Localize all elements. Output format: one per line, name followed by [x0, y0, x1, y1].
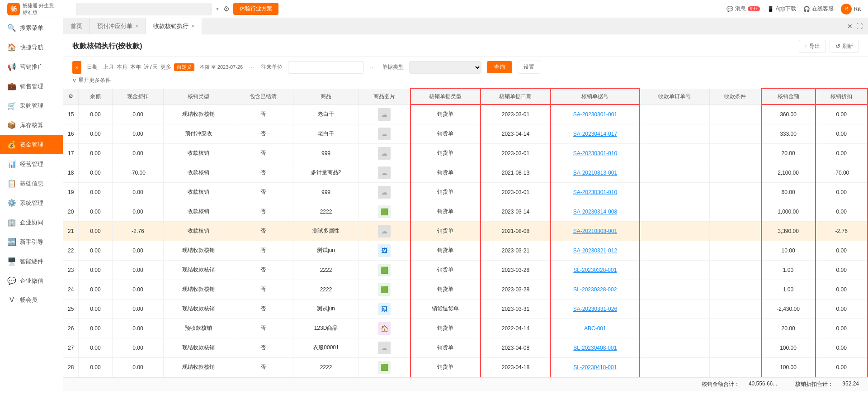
sidebar-item-wechat[interactable]: 💬 企业微信 [0, 271, 63, 290]
settings-gear-icon[interactable]: ⚙ [223, 5, 230, 13]
sidebar-label-enterprise: 企业协同 [20, 219, 43, 227]
tab-receipt[interactable]: 收款核销执行 × [146, 18, 202, 34]
sidebar-item-system[interactable]: ⚙️ 系统管理 [0, 193, 63, 213]
tab-receipt-close[interactable]: × [191, 23, 194, 29]
cell-bill-no[interactable]: SA-20230314-008 [551, 202, 640, 221]
cell-bill-no[interactable]: SA-20230331-026 [551, 299, 640, 318]
cell-bill-no[interactable]: SL-20230418-001 [551, 357, 640, 377]
sidebar-item-member[interactable]: V 畅会员 [0, 290, 63, 309]
expand-more-row: ∨ 展开更多条件 [72, 76, 859, 84]
cell-cash-discount: 0.00 [112, 143, 164, 163]
user-profile[interactable]: R Rit [841, 4, 861, 14]
bill-no-link[interactable]: SL-20230418-001 [573, 364, 617, 371]
cell-bill-no[interactable]: ABC-001 [551, 318, 640, 338]
cell-include-settled: 否 [233, 280, 293, 299]
bill-no-link[interactable]: SA-20230321-012 [573, 247, 617, 254]
tab-advance[interactable]: 预付冲应付单 × [90, 18, 146, 34]
cell-writeoff-type: 现结收款核销 [164, 299, 233, 318]
cell-receipt-terms [709, 221, 761, 241]
cell-receipt-order-no [640, 143, 709, 163]
refresh-button[interactable]: ↺ 刷新 [830, 40, 859, 53]
industry-solution-button[interactable]: 休验行业方案 [233, 3, 278, 15]
cell-bill-no[interactable]: SA-20230301-001 [551, 105, 640, 124]
sidebar-item-enterprise[interactable]: 🏢 企业协同 [0, 213, 63, 232]
cell-bill-no[interactable]: SL-20230328-002 [551, 280, 640, 299]
cell-bill-no[interactable]: SA-20230301-010 [551, 143, 640, 163]
sidebar-item-finance[interactable]: 💰 资金管理 [0, 135, 63, 154]
sidebar-item-marketing[interactable]: 📢 营销推广 [0, 57, 63, 76]
cell-bill-no[interactable]: SA-20210813-001 [551, 163, 640, 182]
date-this-month[interactable]: 本月 [117, 63, 127, 71]
goods-image-green: 🟩 [378, 361, 391, 374]
bill-no-link[interactable]: ABC-001 [584, 325, 606, 332]
sidebar-item-search[interactable]: 🔍 搜索菜单 [0, 18, 63, 38]
cell-writeoff-amount: 2,100.00 [761, 163, 816, 182]
cell-bill-no[interactable]: SA-20230414-017 [551, 124, 640, 143]
filter-mid-dots: ··· [369, 64, 377, 71]
date-7days[interactable]: 近7天 [144, 63, 158, 71]
cell-writeoff-discount: 0.00 [816, 202, 868, 221]
expand-conditions-btn[interactable]: ∨ 展开更多条件 [72, 76, 859, 84]
doc-type-select[interactable] [409, 61, 481, 74]
logo-text: 畅捷通·好生意 标准版 [23, 2, 54, 15]
sidebar-item-quicknav[interactable]: 🏠 快捷导航 [0, 38, 63, 57]
sidebar-item-business[interactable]: 📊 经营管理 [0, 154, 63, 174]
cell-balance: 0.00 [79, 357, 112, 377]
counterparty-input[interactable] [288, 61, 364, 74]
bill-no-link[interactable]: SA-20230331-026 [573, 306, 617, 312]
date-this-year[interactable]: 本年 [130, 63, 141, 71]
cell-bill-type: 销货单 [410, 338, 481, 357]
bill-no-link[interactable]: SL-20230328-002 [573, 286, 617, 293]
date-custom-btn[interactable]: 自定义 [174, 63, 194, 71]
cell-bill-no[interactable]: SL-20230328-001 [551, 260, 640, 280]
sidebar-item-base[interactable]: 📋 基础信息 [0, 174, 63, 193]
bill-no-link[interactable]: SA-20230414-017 [573, 131, 617, 137]
tab-expand-icon[interactable]: ⛶ [856, 23, 863, 30]
app-download-button[interactable]: 📱 App下载 [767, 5, 796, 13]
sidebar-label-search: 搜索菜单 [20, 24, 43, 32]
bill-no-link[interactable]: SA-20210813-001 [573, 170, 617, 176]
cell-bill-type: 销货单 [410, 318, 481, 338]
message-button[interactable]: 💬 消息 99+ [726, 5, 760, 13]
tab-advance-close[interactable]: × [135, 23, 138, 29]
sidebar-item-guide[interactable]: 🆕 新手引导 [0, 232, 63, 252]
search-bar-top[interactable] [76, 3, 212, 15]
cell-writeoff-type: 现结收款核销 [164, 241, 233, 260]
cell-bill-no[interactable]: SA-20230301-010 [551, 182, 640, 202]
cell-bill-date: 2023-03-28 [481, 260, 551, 280]
sidebar-item-inventory[interactable]: 📦 库存核算 [0, 115, 63, 135]
sidebar-item-sales[interactable]: 💼 销售管理 [0, 76, 63, 96]
cell-receipt-order-no [640, 280, 709, 299]
cell-bill-date: 2023-03-14 [481, 202, 551, 221]
bill-no-link[interactable]: SL-20230328-001 [573, 267, 617, 273]
cell-receipt-order-no [640, 202, 709, 221]
filter-expand-arrow[interactable]: » [72, 61, 81, 74]
cell-bill-no[interactable]: SA-20230321-012 [551, 241, 640, 260]
bill-no-link[interactable]: SA-20230301-010 [573, 189, 617, 195]
bill-no-link[interactable]: SA-20230314-008 [573, 209, 617, 215]
date-more[interactable]: 更多 [160, 63, 171, 71]
cell-cash-discount: 0.00 [112, 105, 164, 124]
tab-close-all-icon[interactable]: ✕ [847, 23, 853, 30]
tab-receipt-label: 收款核销执行 [153, 22, 189, 30]
search-dropdown-arrow[interactable]: ▼ [215, 6, 220, 11]
bill-no-link[interactable]: SA-20210808-001 [573, 228, 617, 234]
bill-no-link[interactable]: SA-20230301-001 [573, 111, 617, 118]
setting-button[interactable]: 设置 [518, 61, 540, 74]
goods-image-blank: ☁ [378, 186, 391, 199]
col-header-gear[interactable]: ⚙ [63, 89, 79, 105]
cell-bill-type: 销货单 [410, 357, 481, 377]
sidebar-item-purchase[interactable]: 🛒 采购管理 [0, 96, 63, 115]
bill-no-link[interactable]: SL-20230408-001 [573, 345, 617, 351]
online-service-button[interactable]: 🎧 在线客服 [803, 5, 834, 13]
cell-goods: 123D商品 [293, 318, 359, 338]
tab-home[interactable]: 首页 [63, 18, 90, 34]
date-last-month[interactable]: 上月 [103, 63, 114, 71]
global-search-input[interactable] [76, 3, 212, 15]
sidebar-item-hardware[interactable]: 🖥️ 智能硬件 [0, 252, 63, 271]
cell-bill-no[interactable]: SL-20230408-001 [551, 338, 640, 357]
bill-no-link[interactable]: SA-20230301-010 [573, 150, 617, 157]
cell-bill-no[interactable]: SA-20210808-001 [551, 221, 640, 241]
export-button[interactable]: ↑ 导出 [799, 40, 826, 53]
query-button[interactable]: 查询 [487, 61, 512, 73]
